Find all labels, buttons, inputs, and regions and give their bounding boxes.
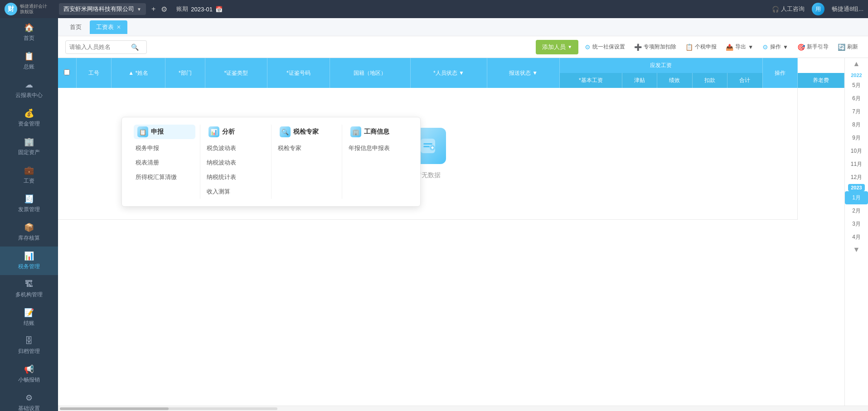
personal-tax-btn[interactable]: 📋 个税申报 bbox=[683, 43, 719, 51]
popup-item-tax-declaration[interactable]: 税务申报 bbox=[134, 141, 195, 155]
timeline-up-nav[interactable]: ▲ bbox=[851, 58, 862, 70]
service-button[interactable]: 🎧 人工咨询 bbox=[772, 5, 805, 13]
timeline-month-11[interactable]: 11月 bbox=[845, 158, 868, 171]
fenXi-icon: 📊 bbox=[209, 126, 219, 137]
scroll-track[interactable] bbox=[60, 407, 277, 410]
sidebar-label-10: 结账 bbox=[24, 319, 34, 327]
table-wrap: 工号 ▲ *姓名 *部门 *证鉴类型 *证鉴号码 国籍（地区） *人员状态 ▼ … bbox=[58, 58, 844, 406]
sidebar: 🏠首页📋总账☁云报表中心💰资金管理🏢固定资产💼工资🧾发票管理📦库存核算📊税务管理… bbox=[0, 18, 58, 411]
logo-icon: 财 bbox=[5, 3, 17, 15]
refresh-icon: 🔄 bbox=[838, 44, 845, 51]
popup-section-fenXi: 📊 分析 税负波动表 纳税波动表 纳税统计表 收入测算 bbox=[200, 125, 272, 199]
sidebar-icon-6: 🧾 bbox=[24, 194, 34, 204]
tab-close-icon[interactable]: ✕ bbox=[116, 24, 121, 30]
sidebar-item-库存核算[interactable]: 📦库存核算 bbox=[0, 218, 58, 247]
add-icon[interactable]: + bbox=[151, 5, 155, 13]
refresh-btn[interactable]: 🔄 刷新 bbox=[835, 43, 861, 51]
tab-payroll[interactable]: 工资表 ✕ bbox=[90, 20, 127, 34]
sidebar-icon-7: 📦 bbox=[24, 222, 34, 232]
sidebar-item-总账[interactable]: 📋总账 bbox=[0, 47, 58, 75]
timeline-month-12[interactable]: 12月 bbox=[845, 171, 868, 184]
th-deduction: 扣款 bbox=[692, 73, 727, 88]
th-submit-status: 报送状态 ▼ bbox=[487, 58, 560, 88]
th-name: ▲ *姓名 bbox=[112, 58, 165, 88]
sidebar-label-6: 发票管理 bbox=[18, 206, 40, 213]
user-name[interactable]: 畅捷通8组... bbox=[832, 5, 863, 13]
social-security-settings-btn[interactable]: ⚙ 统一社保设置 bbox=[582, 43, 628, 51]
scroll-thumb[interactable] bbox=[60, 407, 169, 410]
sidebar-label-2: 云报表中心 bbox=[15, 92, 43, 99]
export-btn[interactable]: 📤 导出 ▼ bbox=[723, 43, 756, 51]
svg-rect-1 bbox=[423, 143, 432, 145]
company-selector[interactable]: 西安虾米网络科技有限公司 ▼ bbox=[59, 3, 146, 15]
topbar-actions: + ⚙ bbox=[151, 5, 167, 14]
settings-icon[interactable]: ⚙ bbox=[161, 5, 167, 14]
popup-item-tax-burden[interactable]: 税负波动表 bbox=[205, 141, 267, 155]
timeline-month-9[interactable]: 9月 bbox=[845, 131, 868, 145]
sidebar-item-基础设置[interactable]: ⚙基础设置 bbox=[0, 388, 58, 411]
gongShang-title: 工商信息 bbox=[364, 128, 389, 136]
sidebar-item-资金管理[interactable]: 💰资金管理 bbox=[0, 104, 58, 132]
timeline-month-2023-3[interactable]: 3月 bbox=[845, 218, 868, 231]
th-pension: 养老费 bbox=[798, 73, 844, 88]
sidebar-item-首页[interactable]: 🏠首页 bbox=[0, 18, 58, 47]
select-all-checkbox[interactable] bbox=[64, 69, 70, 75]
popup-item-income-tax-settlement[interactable]: 所得税汇算清缴 bbox=[134, 170, 195, 184]
sidebar-item-多机构管理[interactable]: 🏗多机构管理 bbox=[0, 275, 58, 303]
sidebar-item-工资[interactable]: 💼工资 bbox=[0, 161, 58, 189]
search-wrap: 🔍 bbox=[65, 40, 147, 54]
sidebar-label-3: 资金管理 bbox=[18, 120, 40, 128]
popup-item-tax-table-register[interactable]: 税表清册 bbox=[134, 155, 195, 170]
sidebar-item-发票管理[interactable]: 🧾发票管理 bbox=[0, 189, 58, 218]
timeline-month-2023-1[interactable]: 1月 bbox=[845, 191, 868, 204]
sidebar-icon-13: ⚙ bbox=[25, 393, 33, 403]
sidebar-item-归档管理[interactable]: 🗄归档管理 bbox=[0, 332, 58, 360]
timeline-month-2023-2[interactable]: 2月 bbox=[845, 204, 868, 218]
operation-btn[interactable]: ⚙ 操作 ▼ bbox=[760, 43, 791, 51]
popup-sections: 📋 申报 税务申报 税表清册 所得税汇算清缴 📊 分析 bbox=[129, 125, 413, 199]
popup-item-income-calc[interactable]: 收入测算 bbox=[205, 184, 267, 199]
user-avatar: 用 bbox=[812, 3, 824, 15]
timeline-month-6[interactable]: 6月 bbox=[845, 92, 868, 105]
calendar-icon[interactable]: 📅 bbox=[215, 6, 223, 13]
timeline-down-nav[interactable]: ▼ bbox=[851, 244, 862, 256]
sidebar-item-结账[interactable]: 📝结账 bbox=[0, 303, 58, 332]
timeline-month-10[interactable]: 10月 bbox=[845, 145, 868, 158]
popup-item-tax-payment-fluctuation[interactable]: 纳税波动表 bbox=[205, 155, 267, 170]
th-allowance: 津贴 bbox=[622, 73, 657, 88]
top-bar: 财 畅捷通好会计 旗舰版 西安虾米网络科技有限公司 ▼ + ⚙ 账期 2023-… bbox=[0, 0, 868, 18]
content-area: 首页 工资表 ✕ 🔍 添加人员 ▼ ⚙ 统一社保设置 ➕ 专 bbox=[58, 18, 868, 411]
th-employee-number: 工号 bbox=[76, 58, 112, 88]
add-person-button[interactable]: 添加人员 ▼ bbox=[536, 40, 578, 54]
special-deduction-btn[interactable]: ➕ 专项附加扣除 bbox=[631, 43, 679, 51]
timeline-month-2023-4[interactable]: 4月 bbox=[845, 231, 868, 244]
search-icon[interactable]: 🔍 bbox=[131, 44, 139, 51]
sidebar-icon-12: 📢 bbox=[24, 364, 34, 374]
th-department: *部门 bbox=[165, 58, 205, 88]
special-deduction-icon: ➕ bbox=[634, 44, 642, 51]
social-security-icon: ⚙ bbox=[585, 44, 591, 51]
sidebar-item-小畅报销[interactable]: 📢小畅报销 bbox=[0, 360, 58, 388]
timeline-month-7[interactable]: 7月 bbox=[845, 105, 868, 118]
search-input[interactable] bbox=[69, 44, 128, 50]
timeline-panel: ▲ 2022 5月 6月 7月 8月 9月 10月 11月 12月 2023 1… bbox=[844, 58, 868, 406]
popup-item-tax-expert[interactable]: 税检专家 bbox=[276, 141, 338, 155]
period-value[interactable]: 2023-01 bbox=[191, 6, 213, 13]
popup-item-tax-statistics[interactable]: 纳税统计表 bbox=[205, 170, 267, 184]
checkbox-header[interactable] bbox=[58, 58, 76, 88]
tax-dropdown-popup: 📋 申报 税务申报 税表清册 所得税汇算清缴 📊 分析 bbox=[121, 117, 421, 207]
sidebar-label-8: 税务管理 bbox=[18, 263, 40, 271]
tab-home[interactable]: 首页 bbox=[63, 20, 88, 34]
sidebar-item-税务管理[interactable]: 📊税务管理 bbox=[0, 247, 58, 275]
gongShang-icon: 🏢 bbox=[350, 126, 361, 137]
timeline-month-8[interactable]: 8月 bbox=[845, 118, 868, 131]
sidebar-item-固定资产[interactable]: 🏢固定资产 bbox=[0, 132, 58, 161]
sidebar-item-云报表中心[interactable]: ☁云报表中心 bbox=[0, 75, 58, 104]
timeline-month-5[interactable]: 5月 bbox=[845, 79, 868, 92]
sidebar-icon-10: 📝 bbox=[24, 308, 34, 318]
sidebar-icon-9: 🏗 bbox=[25, 280, 33, 289]
add-person-label: 添加人员 bbox=[542, 43, 566, 51]
popup-item-annual-report[interactable]: 年报信息申报表 bbox=[347, 141, 408, 155]
sidebar-label-1: 总账 bbox=[24, 63, 34, 71]
new-guide-btn[interactable]: 🎯 新手引导 bbox=[795, 43, 831, 51]
